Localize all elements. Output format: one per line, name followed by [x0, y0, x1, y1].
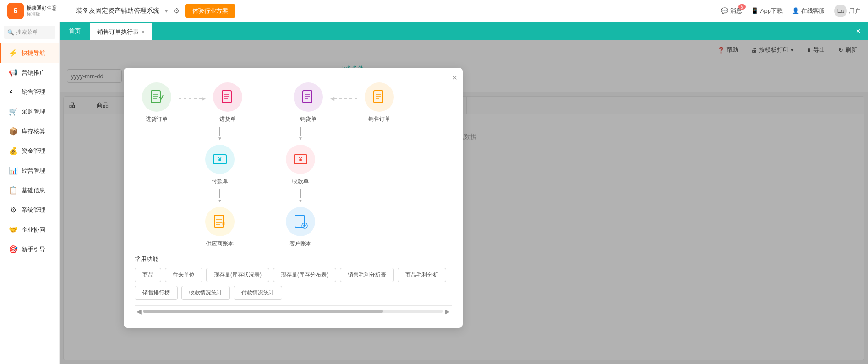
flow-row-2: ¥ 付款单 ¥ 收款单	[135, 141, 452, 189]
sales-order-circle	[365, 82, 394, 112]
purchase-icon: 🛒	[9, 107, 18, 116]
purchase-bill-circle	[213, 82, 242, 112]
search-menu-button[interactable]: 🔍 搜索菜单	[4, 26, 55, 39]
scroll-thumb	[143, 310, 383, 313]
payment-bill-node[interactable]: ¥ 付款单	[198, 141, 242, 189]
message-icon: 💬	[721, 7, 728, 14]
sales-bill-circle	[294, 82, 323, 112]
common-function-button[interactable]: 付款情况统计	[234, 286, 282, 300]
marketing-icon: 📢	[9, 68, 18, 77]
app-download-button[interactable]: 📱 App下载	[751, 7, 783, 15]
trial-button[interactable]: 体验行业方案	[185, 4, 235, 18]
finance-icon: 💰	[9, 147, 18, 155]
common-function-button[interactable]: 往来单位	[165, 268, 202, 282]
online-service-button[interactable]: 👤 在线客服	[792, 7, 825, 15]
sidebar-item-newbie[interactable]: 🎯 新手引导	[0, 239, 59, 259]
receipt-bill-circle: ¥	[286, 145, 315, 174]
receipt-bill-node[interactable]: ¥ 收款单	[278, 141, 322, 189]
basic-icon: 📋	[9, 186, 18, 195]
sidebar-item-quick-nav[interactable]: ⚡ 快捷导航	[0, 43, 59, 63]
common-function-button[interactable]: 现存量(库存分布表)	[273, 268, 336, 282]
sidebar-item-marketing[interactable]: 📢 营销推广	[0, 63, 59, 82]
svg-text:¥: ¥	[218, 156, 222, 163]
logo-text: 畅康通好生意 标准版	[27, 5, 57, 17]
newbie-icon: 🎯	[9, 245, 18, 254]
sidebar-item-basic[interactable]: 📋 基础信息	[0, 180, 59, 200]
tab-home[interactable]: 首页	[60, 22, 90, 40]
message-button[interactable]: 💬 消息 5	[721, 7, 742, 15]
logo-icon: 6	[7, 3, 24, 19]
user-avatar: Ea	[834, 5, 847, 17]
common-function-button[interactable]: 销售排行榜	[135, 286, 178, 300]
sales-icon: 🏷	[9, 88, 18, 96]
purchase-order-node[interactable]: 进货订单	[135, 79, 179, 127]
app-icon: 📱	[751, 7, 759, 14]
scroll-area: ◀ ▶	[135, 305, 452, 317]
enterprise-icon: 🤝	[9, 225, 18, 234]
arrow-2: ◀	[330, 95, 357, 102]
scroll-left-button[interactable]: ◀	[136, 308, 142, 315]
sidebar-nav: ⚡ 快捷导航 📢 营销推广 🏷 销售管理 🛒 采购管理 📦 库存核算	[0, 43, 59, 364]
scroll-track[interactable]	[143, 310, 443, 313]
dropdown-arrow[interactable]: ▾	[165, 8, 168, 14]
sidebar-search-area: 🔍 搜索菜单	[0, 22, 59, 43]
flow-diagram: 进货订单 ▶	[135, 79, 452, 251]
tab-sales-order[interactable]: 销售订单执行表 ×	[90, 23, 152, 41]
inventory-icon: 📦	[9, 127, 18, 136]
sales-order-node[interactable]: 销售订单	[357, 79, 401, 127]
flow-arrows-down: ▼ ▼	[135, 127, 452, 141]
sidebar-item-sales[interactable]: 🏷 销售管理	[0, 82, 59, 102]
sidebar-item-enterprise[interactable]: 🤝 企业协同	[0, 220, 59, 239]
flow-row-3: 供应商账本 客户账本	[135, 203, 452, 251]
search-icon: 🔍	[7, 29, 14, 36]
svg-rect-25	[295, 215, 304, 227]
flow-row-1: 进货订单 ▶	[135, 79, 452, 127]
svg-rect-24	[222, 222, 225, 225]
operation-icon: 📊	[9, 166, 18, 175]
modal-close-button[interactable]: ×	[452, 73, 457, 83]
close-all-tabs-button[interactable]: ×	[856, 27, 861, 36]
tab-bar-right: ×	[856, 27, 868, 36]
customer-ledger-circle	[286, 207, 315, 236]
sidebar-item-inventory[interactable]: 📦 库存核算	[0, 121, 59, 141]
service-icon: 👤	[792, 7, 799, 14]
tab-close-button[interactable]: ×	[142, 29, 145, 35]
user-area[interactable]: Ea 用户	[834, 5, 861, 17]
common-function-buttons: 商品往来单位现存量(库存状况表)现存量(库存分布表)销售毛利分析表商品毛利分析	[135, 268, 452, 282]
purchase-bill-node[interactable]: 进货单	[206, 79, 250, 127]
common-function-button[interactable]: 商品	[135, 268, 161, 282]
flow-modal: × 进货订单	[124, 68, 463, 328]
sales-bill-node[interactable]: 销货单	[286, 79, 330, 127]
logo-area: 6 畅康通好生意 标准版	[7, 3, 67, 19]
common-function-button[interactable]: 商品毛利分析	[398, 268, 446, 282]
system-title: 装备及固定资产辅助管理系统	[76, 7, 159, 15]
svg-text:¥: ¥	[299, 156, 302, 163]
supplier-ledger-node[interactable]: 供应商账本	[198, 203, 242, 251]
sidebar-item-purchase[interactable]: 🛒 采购管理	[0, 102, 59, 121]
flow-arrows-down-2: ▼ ▼	[135, 189, 452, 203]
common-function-buttons-2: 销售排行榜收款情况统计付款情况统计	[135, 286, 452, 300]
scroll-right-button[interactable]: ▶	[445, 308, 450, 315]
sidebar-item-operation[interactable]: 📊 经营管理	[0, 161, 59, 180]
modal-overlay: × 进货订单	[60, 40, 868, 364]
common-function-button[interactable]: 现存量(库存状况表)	[206, 268, 269, 282]
common-functions: 常用功能 商品往来单位现存量(库存状况表)现存量(库存分布表)销售毛利分析表商品…	[135, 255, 452, 300]
system-icon: ⚙	[9, 206, 18, 214]
payment-bill-circle: ¥	[205, 145, 235, 174]
sidebar-item-finance[interactable]: 💰 资金管理	[0, 141, 59, 161]
common-function-button[interactable]: 收款情况统计	[181, 286, 230, 300]
supplier-ledger-circle	[205, 207, 235, 236]
settings-icon[interactable]: ⚙	[173, 6, 180, 15]
svg-rect-20	[214, 215, 224, 227]
sidebar-item-system[interactable]: ⚙ 系统管理	[0, 200, 59, 220]
customer-ledger-node[interactable]: 客户账本	[278, 203, 322, 251]
common-function-button[interactable]: 销售毛利分析表	[340, 268, 394, 282]
purchase-order-circle	[142, 82, 171, 112]
quick-nav-icon: ⚡	[9, 49, 18, 57]
arrow-1: ▶	[179, 95, 206, 102]
